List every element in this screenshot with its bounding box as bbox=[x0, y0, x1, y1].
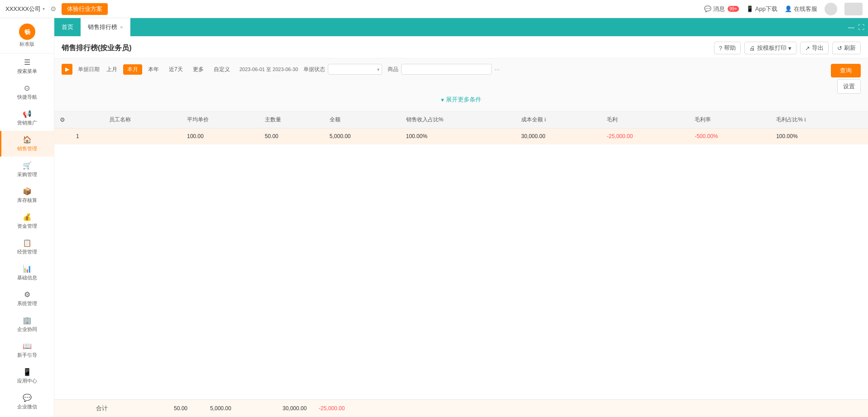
wechat-icon: 💬 bbox=[23, 393, 32, 402]
th-amount: 全额 bbox=[324, 111, 401, 129]
filter-row-1: ▶ 单据日期 上月 本月 本年 近7天 更多 自定义 bbox=[62, 64, 824, 75]
enterprise-icon: 🏢 bbox=[23, 316, 32, 325]
date-range: 2023-06-01 至 2023-06-30 bbox=[240, 66, 298, 73]
sidebar-label-apps: 应用中心 bbox=[17, 378, 37, 384]
print-button[interactable]: 🖨 按模板打印 ▾ bbox=[744, 42, 796, 54]
search-menu-icon: ☰ bbox=[24, 58, 30, 67]
td-cost: 30,000.00 bbox=[516, 129, 601, 144]
company-selector[interactable]: XXXXXX公司 ▾ bbox=[5, 5, 45, 13]
td-rank-col bbox=[54, 129, 71, 144]
sidebar-item-basic[interactable]: 📊 基础信息 bbox=[0, 260, 54, 286]
tab-sales-rank[interactable]: 销售排行榜 × bbox=[81, 18, 130, 36]
trial-button[interactable]: 体验行业方案 bbox=[62, 3, 108, 15]
footer-qty: 50.00 bbox=[168, 405, 205, 412]
page-actions: ? 帮助 🖨 按模板打印 ▾ ↗ 导出 ↺ 刷新 bbox=[714, 42, 861, 54]
sales-rank-table: ⚙ 员工名称 平均单价 主数量 全额 销售收入占比% 成本全额 ℹ 毛利 bbox=[54, 111, 868, 144]
tab-close-icon[interactable]: × bbox=[120, 24, 123, 30]
sidebar-item-system[interactable]: ⚙ 系统管理 bbox=[0, 286, 54, 312]
sidebar-label-enterprise: 企业协同 bbox=[17, 326, 37, 333]
message-item[interactable]: 💬 消息 99+ bbox=[704, 5, 739, 13]
main-layout: 畅 标准版 ☰ 搜索菜单 ⊙ 快捷导航 📢 营销推广 🏠 销售管理 🛒 采购管理… bbox=[0, 18, 868, 417]
help-button[interactable]: ? 帮助 bbox=[714, 42, 741, 54]
date-label: 单据日期 bbox=[78, 66, 100, 73]
sidebar-item-finance[interactable]: 💰 资金管理 bbox=[0, 208, 54, 234]
td-profit: -25,000.00 bbox=[601, 129, 689, 144]
tab-home[interactable]: 首页 bbox=[54, 18, 81, 36]
sidebar-item-enterprise[interactable]: 🏢 企业协同 bbox=[0, 312, 54, 337]
sidebar-item-guide[interactable]: 📖 新手引导 bbox=[0, 337, 54, 363]
sidebar-label-guide: 新手引导 bbox=[17, 352, 37, 359]
app-download-item[interactable]: 📱 App下载 bbox=[746, 5, 777, 13]
sidebar-item-member[interactable]: V 畅会员 bbox=[0, 415, 54, 417]
sidebar-item-search[interactable]: ☰ 搜索菜单 bbox=[0, 53, 54, 79]
status-select-wrapper bbox=[328, 64, 382, 75]
status-label: 单据状态 bbox=[303, 66, 325, 73]
date-tabs: 上月 本月 本年 近7天 更多 自定义 bbox=[102, 64, 234, 75]
expand-label: 展开更多条件 bbox=[446, 96, 481, 104]
tab-sales-rank-label: 销售排行榜 bbox=[88, 23, 117, 31]
th-avg-price: 平均单价 bbox=[182, 111, 259, 129]
goods-more-btn[interactable]: ··· bbox=[494, 66, 500, 73]
th-rank bbox=[71, 111, 104, 129]
online-service-label: 在线客服 bbox=[794, 5, 817, 13]
sidebar-label-marketing: 营销推广 bbox=[17, 120, 37, 126]
date-tab-this-month[interactable]: 本月 bbox=[123, 64, 142, 75]
tab-maximize-icon[interactable]: ⛶ bbox=[858, 24, 864, 31]
footer-amount: 5,000.00 bbox=[205, 405, 241, 412]
goods-label: 商品 bbox=[388, 66, 398, 73]
sidebar-item-inventory[interactable]: 📦 库存核算 bbox=[0, 182, 54, 208]
filter-date-item: 单据日期 上月 本月 本年 近7天 更多 自定义 bbox=[78, 64, 234, 75]
sidebar-label-finance: 资金管理 bbox=[17, 223, 37, 230]
sidebar-label-search: 搜索菜单 bbox=[17, 68, 37, 75]
sidebar-item-marketing[interactable]: 📢 营销推广 bbox=[0, 105, 54, 131]
sidebar-item-wechat[interactable]: 💬 企业微信 bbox=[0, 389, 54, 415]
footer-cells: 50.00 5,000.00 30,000.00 -25,000.00 bbox=[132, 405, 863, 412]
system-icon: ⚙ bbox=[24, 290, 30, 299]
topbar-settings-icon[interactable]: ⚙ bbox=[50, 5, 56, 13]
date-tab-7days[interactable]: 近7天 bbox=[165, 64, 187, 75]
sidebar-item-operations[interactable]: 📋 经营管理 bbox=[0, 234, 54, 260]
date-tab-this-year[interactable]: 本年 bbox=[144, 64, 163, 75]
footer-cost: 30,000.00 bbox=[277, 405, 313, 412]
th-settings[interactable]: ⚙ bbox=[54, 111, 71, 129]
filter-expand-arrow[interactable]: ▶ bbox=[62, 64, 72, 75]
print-dropdown-icon: ▾ bbox=[788, 45, 791, 52]
filter-area: ▶ 单据日期 上月 本月 本年 近7天 更多 自定义 bbox=[54, 58, 868, 111]
sidebar-label-wechat: 企业微信 bbox=[17, 403, 37, 410]
date-tab-last-month[interactable]: 上月 bbox=[102, 64, 121, 75]
footer-profit: -25,000.00 bbox=[313, 405, 350, 412]
expand-row: ▾ 展开更多条件 bbox=[62, 94, 861, 105]
content-area: 首页 销售排行榜 × — ⛶ 销售排行榜(按业务员) ? 帮助 bbox=[54, 18, 868, 417]
refresh-icon: ↺ bbox=[837, 45, 842, 52]
date-tab-custom[interactable]: 自定义 bbox=[210, 64, 234, 75]
avatar[interactable] bbox=[825, 3, 837, 15]
th-sales-pct: 销售收入占比% bbox=[401, 111, 516, 129]
app-icon: 📱 bbox=[746, 5, 753, 12]
table-footer: 合计 50.00 5,000.00 30,000.00 -25,000.00 bbox=[54, 399, 868, 417]
sidebar-item-purchase[interactable]: 🛒 采购管理 bbox=[0, 157, 54, 182]
cost-info-icon[interactable]: ℹ bbox=[544, 117, 546, 122]
inventory-icon: 📦 bbox=[23, 187, 32, 196]
table-settings-icon[interactable]: ⚙ bbox=[60, 116, 65, 123]
goods-input[interactable] bbox=[401, 64, 492, 75]
settings-button[interactable]: 设置 bbox=[837, 79, 861, 94]
online-service-item[interactable]: 👤 在线客服 bbox=[785, 5, 817, 13]
date-tab-more[interactable]: 更多 bbox=[189, 64, 208, 75]
sidebar-item-shortcut[interactable]: ⊙ 快捷导航 bbox=[0, 79, 54, 105]
sidebar-item-sales[interactable]: 🏠 销售管理 bbox=[0, 131, 54, 157]
export-button[interactable]: ↗ 导出 bbox=[800, 42, 829, 54]
tab-minimize-icon[interactable]: — bbox=[848, 24, 854, 31]
profit-pct-info-icon[interactable]: ℹ bbox=[804, 117, 806, 122]
td-name bbox=[104, 129, 182, 144]
refresh-button[interactable]: ↺ 刷新 bbox=[832, 42, 861, 54]
footer-avg-price bbox=[132, 405, 168, 412]
sidebar-item-apps[interactable]: 📱 应用中心 bbox=[0, 363, 54, 389]
company-chevron-icon: ▾ bbox=[43, 6, 45, 11]
th-profit-pct: 毛利占比% ℹ bbox=[771, 111, 868, 129]
expand-conditions-button[interactable]: ▾ 展开更多条件 bbox=[441, 96, 481, 104]
table-row: 1 100.00 50.00 5,000.00 100.00% 30,000.0… bbox=[54, 129, 868, 144]
shortcut-icon: ⊙ bbox=[24, 84, 30, 92]
query-button[interactable]: 查询 bbox=[831, 64, 861, 77]
logo-text: 标准版 bbox=[19, 41, 34, 48]
status-select[interactable] bbox=[328, 64, 382, 75]
